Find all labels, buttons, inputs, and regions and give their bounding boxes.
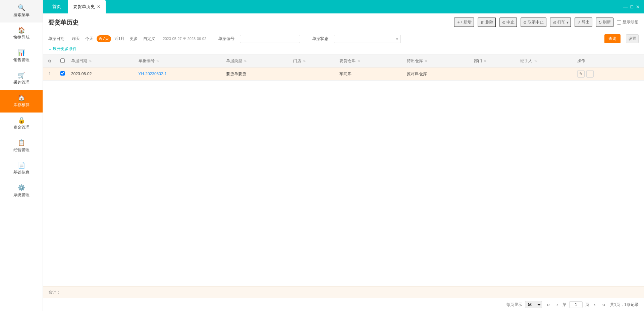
row-department [471, 68, 518, 81]
date-filter-label: 单据日期 [48, 36, 64, 42]
date-btn-custom[interactable]: 自定义 [141, 35, 157, 42]
select-all-checkbox[interactable] [60, 58, 65, 63]
query-button[interactable]: 查询 [604, 34, 621, 43]
row-date: 2023-06-02 [68, 68, 136, 81]
sidebar-item-search-menu[interactable]: 🔍 搜索菜单 [0, 0, 43, 23]
sidebar-item-label: 基础信息 [13, 170, 30, 175]
sidebar-item-basic-info[interactable]: 📄 基础信息 [0, 158, 43, 180]
sidebar-item-sales[interactable]: 📊 销售管理 [0, 45, 43, 68]
tab-close-icon[interactable]: ✕ [97, 4, 100, 9]
sidebar-item-label: 采购管理 [13, 80, 30, 85]
settings-button[interactable]: 设置 [626, 34, 639, 43]
date-btn-7days[interactable]: 近7天 [97, 35, 111, 42]
th-settings[interactable]: ⚙ [43, 55, 56, 68]
row-more-icon[interactable]: ⋮ [586, 70, 594, 78]
date-btn-today[interactable]: 今天 [83, 35, 95, 42]
sidebar-item-label: 库存核算 [13, 102, 30, 108]
delete-button[interactable]: 🗑 删除 [478, 17, 496, 27]
sidebar-item-label: 资金管理 [13, 125, 30, 130]
row-checkbox-cell [56, 68, 68, 81]
show-detail-checkbox[interactable] [617, 20, 621, 25]
th-checkbox [56, 55, 68, 68]
data-table: ⚙ 单据日期 ⇅ 单据编号 ⇅ 单据类型 [43, 55, 644, 81]
th-date: 单据日期 ⇅ [68, 55, 136, 68]
sort-department-icon[interactable]: ⇅ [484, 59, 486, 63]
page-size-label: 每页显示 [506, 302, 522, 308]
bill-status-select-wrap [334, 35, 401, 43]
cancel-suspend-button[interactable]: ⊘ 取消中止 [521, 17, 546, 27]
page-label: 第 [562, 302, 567, 308]
expand-button[interactable]: ⌄ 展开更多条件 [48, 46, 639, 52]
page-title: 要货单历史 [48, 18, 78, 27]
date-btn-more[interactable]: 更多 [128, 35, 140, 42]
page-header: 要货单历史 ＋ + 新增 🗑 删除 ⊘ 中止 ⊘ 取消中止 [43, 13, 644, 30]
toolbar: ＋ + 新增 🗑 删除 ⊘ 中止 ⊘ 取消中止 🖨 打印 [454, 17, 639, 27]
tab-requisition-label: 要货单历史 [73, 4, 95, 10]
refresh-button[interactable]: ↻ 刷新 [596, 17, 613, 27]
footer-sum: 合计： [43, 286, 644, 298]
show-detail-label[interactable]: 显示明细 [617, 19, 639, 25]
operations-icon: 📋 [18, 140, 25, 146]
th-bill-no: 单据编号 ⇅ [136, 55, 223, 68]
row-req-warehouse: 车间库 [337, 68, 404, 81]
sidebar-item-label: 经营管理 [13, 147, 30, 153]
row-edit-icon[interactable]: ✎ [577, 70, 585, 78]
sort-bill-no-icon[interactable]: ⇅ [156, 59, 159, 63]
search-menu-icon: 🔍 [18, 5, 25, 11]
sort-bill-type-icon[interactable]: ⇅ [244, 59, 247, 63]
row-checkbox[interactable] [60, 71, 65, 76]
sidebar-item-finance[interactable]: 🔒 资金管理 [0, 113, 43, 135]
sidebar-item-inventory[interactable]: 🏠 库存核算 [0, 90, 43, 113]
row-pending-warehouse: 原材料仓库 [404, 68, 471, 81]
sidebar-item-label: 搜索菜单 [13, 12, 30, 18]
bill-status-select[interactable] [334, 35, 401, 43]
sort-handler-icon[interactable]: ⇅ [534, 59, 537, 63]
th-handler: 经手人 ⇅ [518, 55, 574, 68]
tab-home[interactable]: 首页 [47, 0, 66, 13]
next-page-btn[interactable]: › [592, 302, 597, 308]
sidebar: 🔍 搜索菜单 🏠 快捷导航 📊 销售管理 🛒 采购管理 🏠 库存核算 🔒 资金管… [0, 0, 43, 311]
export-button[interactable]: ↗ 导出 [575, 17, 592, 27]
sidebar-item-purchase[interactable]: 🛒 采购管理 [0, 68, 43, 90]
sidebar-item-system[interactable]: ⚙️ 系统管理 [0, 180, 43, 203]
finance-icon: 🔒 [18, 117, 25, 123]
row-bill-no: YH-20230602-1 [136, 68, 223, 81]
sidebar-item-label: 快捷导航 [13, 35, 30, 40]
print-button[interactable]: 🖨 打印 ▾ [550, 17, 571, 27]
sidebar-item-operations[interactable]: 📋 经营管理 [0, 135, 43, 158]
prev-page-btn[interactable]: ‹ [554, 302, 560, 308]
delete-icon: 🗑 [480, 20, 484, 25]
page-suffix: 页 [585, 302, 589, 308]
sort-date-icon[interactable]: ⇅ [89, 59, 92, 63]
th-operation: 操作 [575, 55, 644, 68]
add-button[interactable]: ＋ + 新增 [454, 17, 474, 27]
sort-pending-warehouse-icon[interactable]: ⇅ [425, 59, 427, 63]
last-page-btn[interactable]: ›› [600, 302, 607, 308]
date-btn-1month[interactable]: 近1月 [112, 35, 127, 42]
minimize-icon[interactable]: — [623, 4, 628, 9]
purchase-icon: 🛒 [18, 72, 25, 78]
print-icon: 🖨 [552, 20, 556, 25]
sort-req-warehouse-icon[interactable]: ⇅ [358, 59, 360, 63]
row-store [290, 68, 337, 81]
date-btn-yesterday[interactable]: 昨天 [70, 35, 82, 42]
sidebar-item-label: 系统管理 [13, 192, 30, 198]
row-bill-type: 要货单要货 [223, 68, 290, 81]
filter-row-1: 单据日期 昨天 今天 近7天 近1月 更多 自定义 2023-05-27 至 2… [48, 34, 639, 43]
sidebar-item-quick-nav[interactable]: 🏠 快捷导航 [0, 23, 43, 45]
page-num-input[interactable] [569, 301, 583, 308]
close-window-icon[interactable]: ✕ [636, 4, 640, 9]
sum-label: 合计： [48, 290, 60, 295]
bill-no-link[interactable]: YH-20230602-1 [139, 72, 167, 76]
table-header-row: ⚙ 单据日期 ⇅ 单据编号 ⇅ 单据类型 [43, 55, 644, 68]
first-page-btn[interactable]: ‹‹ [545, 302, 552, 308]
sort-store-icon[interactable]: ⇅ [303, 59, 306, 63]
bill-no-input[interactable] [240, 35, 300, 43]
suspend-button[interactable]: ⊘ 中止 [499, 17, 517, 27]
basic-info-icon: 📄 [18, 162, 25, 168]
tab-requisition-history[interactable]: 要货单历史 ✕ [68, 0, 106, 13]
maximize-icon[interactable]: □ [631, 4, 633, 9]
refresh-icon: ↻ [598, 20, 602, 25]
expand-icon: ⌄ [48, 47, 52, 51]
page-size-select[interactable]: 20 50 100 200 [525, 301, 542, 308]
